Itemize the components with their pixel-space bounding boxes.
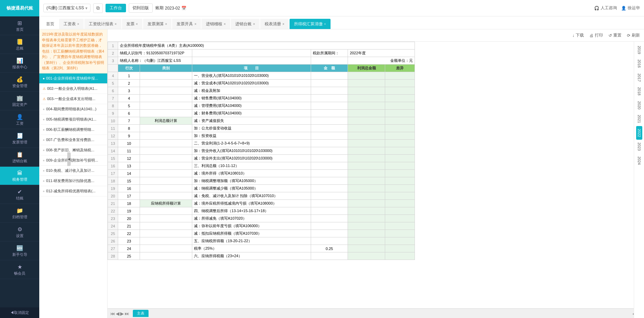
tab-3[interactable]: 发票× [122,19,142,29]
year-item-2021[interactable]: 2021 [636,112,642,126]
year-item-2016[interactable]: 2016 [636,57,642,70]
report-item-011[interactable]: ●011-研发费用加计扣除优惠... [39,176,107,186]
tab-1[interactable]: 工资表× [59,19,84,29]
tab-0[interactable]: 首页 [42,19,58,29]
tab-8[interactable]: 税表清册× [260,19,289,29]
report-item-008[interactable]: ●008-资产折旧、摊销及纳税... [39,145,107,155]
sheet-last-icon[interactable]: ⏭ [125,311,129,316]
report-item-003[interactable]: ⚠003-一般企业成本支出明细... [39,94,107,104]
sidebar-item-报表中心[interactable]: 📊报表中心 [0,54,39,73]
year-item-2023[interactable]: 2023 [636,140,642,153]
amount-cell[interactable] [311,117,348,125]
amount-cell[interactable] [311,155,348,162]
refresh-button[interactable]: ⟳ 刷新 [627,32,640,38]
report-item-010[interactable]: ●010-免税、减计收入及加计... [39,166,107,176]
amount-cell[interactable] [311,230,348,237]
report-item-007[interactable]: ●007-广告费和业务宣传费跌... [39,135,107,145]
tab-label-9: 所得税汇算清缴 [294,21,323,27]
tab-2[interactable]: 工资统计报表× [84,19,121,29]
year-item-2020[interactable]: 2020 [636,98,642,112]
amount-cell[interactable] [311,132,348,140]
tab-close-4[interactable]: × [165,22,167,26]
amount-cell[interactable] [311,110,348,117]
sheet-first-icon[interactable]: ⏮ [110,311,115,316]
user-service-btn[interactable]: 🎧 人工咨询 [594,5,617,11]
amount-cell[interactable] [311,237,348,245]
sheet-tab-main[interactable]: 主表 [133,310,149,317]
amount-cell[interactable] [311,252,348,260]
amount-cell[interactable] [311,87,348,95]
amount-cell[interactable] [311,185,348,192]
sidebar-item-资金管理[interactable]: 💰资金管理 [0,73,39,92]
amount-cell[interactable] [311,222,348,230]
amount-cell[interactable] [311,215,348,222]
amount-cell[interactable] [311,95,348,102]
sidebar-item-首页[interactable]: ⊞首页 [0,16,39,35]
workbench-button[interactable]: 工作台 [106,4,126,12]
report-item-005[interactable]: ●005-纳税调整项目明细表(A1... [39,114,107,125]
year-item-2018[interactable]: 2018 [636,84,642,98]
sidebar-item-工资[interactable]: 👤工资 [0,110,39,129]
sidebar-item-税务管理[interactable]: 🏛税务管理 [0,167,39,185]
sidebar-item-发票管理[interactable]: 🧾发票管理 [0,129,39,148]
amount-cell[interactable] [311,192,348,200]
report-item-006[interactable]: ●006-职工薪酬纳税调整明细... [39,125,107,135]
tab-6[interactable]: 进销稽核× [201,19,230,29]
tab-close-5[interactable]: × [194,22,196,26]
tab-9[interactable]: 所得税汇算清缴× [290,19,331,29]
tab-close-9[interactable]: × [324,22,326,26]
amount-cell[interactable] [311,140,348,147]
year-item-2017[interactable]: 2017 [636,71,642,84]
year-item-2019[interactable]: 2019 [636,43,642,57]
sheet-area[interactable]: 1企业所得税年度纳税申报表（A类）主表(A100000)2 纳税人识别号：913… [108,42,634,308]
tab-close-1[interactable]: × [77,22,79,26]
company-selector[interactable]: (勾删) 江西服宝-LSS ▾ [43,4,90,12]
amount-cell[interactable] [311,102,348,110]
amount-cell[interactable]: 0.25 [311,245,348,252]
sidebar-item-畅会员[interactable]: ★畅会员 [0,260,39,279]
sidebar-item-归档管理[interactable]: 📁归档管理 [0,204,39,223]
sidebar-item-结账[interactable]: ✔结账 [0,185,39,204]
switch-version-button[interactable]: 切到旧版 [129,3,153,13]
sidebar-item-固定资产[interactable]: 🏢固定资产 [0,92,39,110]
tab-close-6[interactable]: × [224,22,226,26]
download-button[interactable]: ↓ 下载 [572,32,584,38]
sidebar-item-设置[interactable]: ⚙设置 [0,223,39,241]
report-item-012[interactable]: ●012-减免所得税优惠明细表(... [39,186,107,196]
tab-7[interactable]: 进销台账× [231,19,260,29]
sidebar-unpin-btn[interactable]: ◀取消固定 [0,307,39,318]
collapse-handle[interactable]: ◀ [67,152,71,166]
reset-button[interactable]: ↺ 重置 [608,32,621,38]
amount-cell[interactable] [311,177,348,185]
copy-icon[interactable]: ⧉ [93,3,103,13]
tab-5[interactable]: 发票开具× [172,19,201,29]
sidebar-item-总账[interactable]: 📒总账 [0,35,39,54]
amount-cell[interactable] [311,80,348,87]
amount-cell[interactable] [311,200,348,207]
tab-close-3[interactable]: × [136,22,138,26]
amount-cell[interactable] [311,72,348,80]
tab-close-8[interactable]: × [282,22,284,26]
amount-cell[interactable] [311,207,348,215]
calendar-icon[interactable]: 📅 [181,6,186,11]
amount-cell[interactable] [311,125,348,132]
year-item-2022[interactable]: 2022 [636,126,642,140]
amount-cell[interactable] [311,147,348,155]
print-button[interactable]: 🖨 打印 [589,32,603,38]
sheet-prev-icon[interactable]: ◀ [116,311,120,316]
report-item-002[interactable]: ⚠002-一般企业收入明细表(A1... [39,84,107,94]
tab-close-7[interactable]: × [253,22,255,26]
tab-close-2[interactable]: × [115,22,117,26]
sidebar-item-进销台账[interactable]: 📋进销台账 [0,148,39,167]
report-item-004[interactable]: ●004-期间费用明细表(A1040...) [39,104,107,114]
year-item-2024[interactable]: 2024 [636,154,642,167]
amount-cell[interactable] [311,170,348,177]
tab-4[interactable]: 发票测算× [143,19,172,29]
report-item-001[interactable]: ●001-企业所得税年度纳税申报... [39,73,107,84]
report-item-009[interactable]: ●009-企业所得税附加补亏损明... [39,155,107,166]
sidebar-item-新手引导[interactable]: 🆕新手引导 [0,241,39,260]
user-profile-btn[interactable]: 👤 徐运华 [621,5,640,11]
seq-cell: 17 [118,192,140,200]
sheet-next-icon[interactable]: ▶ [120,311,124,316]
amount-cell[interactable] [311,162,348,170]
